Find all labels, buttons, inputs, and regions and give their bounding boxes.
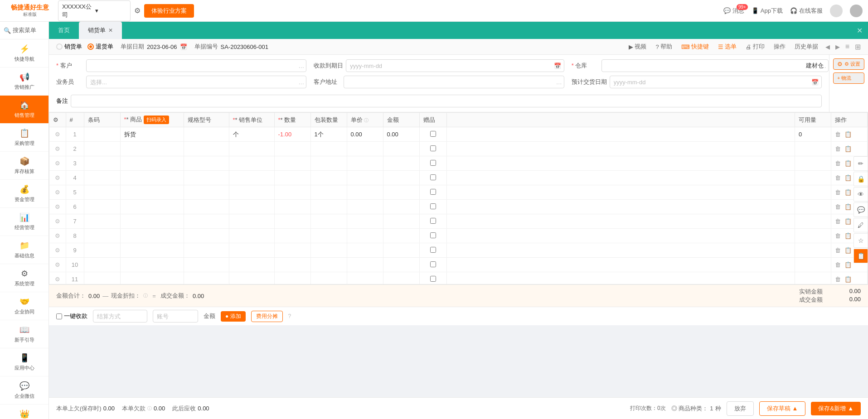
sidebar-item-appstore[interactable]: 📱 应用中心	[0, 348, 48, 376]
row-qty-3[interactable]	[274, 171, 310, 185]
remark-input[interactable]	[71, 95, 822, 107]
row-spec-3[interactable]	[184, 171, 229, 185]
row-barcode-8[interactable]	[84, 243, 120, 258]
select-btn[interactable]: ☰ 选单	[716, 42, 738, 52]
salesman-dots[interactable]: …	[296, 79, 306, 86]
row-price-4[interactable]	[347, 185, 383, 200]
row-qty-4[interactable]	[274, 185, 310, 200]
row-settings-1[interactable]: ⚙	[49, 142, 66, 156]
sidebar-item-marketing[interactable]: 📢 营销推广	[0, 67, 48, 96]
row-pack-qty-6[interactable]	[310, 214, 347, 229]
row-spec-1[interactable]	[184, 142, 229, 156]
row-barcode-7[interactable]	[84, 229, 120, 243]
row-settings-8[interactable]: ⚙	[49, 243, 66, 258]
copy-icon-0[interactable]: 📋	[844, 131, 852, 138]
row-unit-2[interactable]	[229, 156, 274, 171]
row-pack-qty-0[interactable]: 1个	[310, 127, 347, 142]
action-btn[interactable]: 操作	[772, 42, 787, 52]
row-amount-1[interactable]	[383, 142, 419, 156]
customer-input[interactable]	[87, 61, 296, 71]
row-settings-7[interactable]: ⚙	[49, 229, 66, 243]
payment-method-input[interactable]	[93, 311, 147, 322]
tab-close-all-icon[interactable]: ✕	[857, 27, 863, 34]
tab-home[interactable]: 首页	[49, 22, 79, 39]
row-spec-10[interactable]	[184, 272, 229, 285]
avatar[interactable]	[830, 5, 843, 17]
history-btn[interactable]: 历史单据	[793, 42, 820, 52]
row-settings-6[interactable]: ⚙	[49, 214, 66, 229]
one-click-pay-checkbox[interactable]	[56, 313, 62, 319]
row-settings-4[interactable]: ⚙	[49, 185, 66, 200]
row-settings-10[interactable]: ⚙	[49, 272, 66, 285]
row-settings-2[interactable]: ⚙	[49, 156, 66, 171]
customer-addr-input[interactable]	[344, 77, 554, 87]
print-btn[interactable]: 🖨 打印	[744, 42, 766, 52]
one-click-pay-check[interactable]: 一键收款	[56, 312, 87, 320]
delete-icon-6[interactable]: 🗑	[835, 218, 841, 225]
list-view-icon[interactable]: ≡	[845, 43, 849, 51]
trial-button[interactable]: 体验行业方案	[144, 4, 194, 18]
row-gift-0[interactable]	[419, 127, 446, 142]
expected-date-input[interactable]	[610, 77, 809, 87]
row-gift-2[interactable]	[419, 156, 446, 171]
copy-icon-7[interactable]: 📋	[844, 232, 852, 239]
row-product-0[interactable]: 拆货	[120, 127, 184, 142]
sidebar-item-quick-nav[interactable]: ⚡ 快捷导航	[0, 39, 48, 67]
shortcut-btn[interactable]: ⌨ 快捷键	[679, 42, 711, 52]
row-amount-2[interactable]	[383, 156, 419, 171]
sidebar-item-basic[interactable]: 📁 基础信息	[0, 236, 48, 264]
row-pack-qty-4[interactable]	[310, 185, 347, 200]
row-amount-0[interactable]: 0.00	[383, 127, 419, 142]
help-btn[interactable]: ? 帮助	[654, 42, 674, 52]
row-unit-9[interactable]	[229, 258, 274, 272]
row-price-9[interactable]	[347, 258, 383, 272]
tab-close-icon[interactable]: ✕	[108, 27, 113, 34]
row-product-6[interactable]	[120, 214, 184, 229]
avatar2[interactable]	[850, 5, 863, 17]
copy-icon-4[interactable]: 📋	[844, 189, 852, 196]
row-amount-6[interactable]	[383, 214, 419, 229]
copy-icon-8[interactable]: 📋	[844, 247, 852, 254]
gift-checkbox-10[interactable]	[430, 276, 436, 282]
gift-checkbox-9[interactable]	[430, 261, 436, 267]
message-btn[interactable]: 💬 消息 99+	[723, 7, 744, 15]
row-pack-qty-7[interactable]	[310, 229, 347, 243]
float-comment-icon[interactable]: 💬	[853, 202, 868, 217]
row-pack-qty-8[interactable]	[310, 243, 347, 258]
delete-icon-1[interactable]: 🗑	[835, 145, 841, 152]
row-price-0[interactable]: 0.00	[347, 127, 383, 142]
row-unit-5[interactable]	[229, 200, 274, 214]
row-pack-qty-1[interactable]	[310, 142, 347, 156]
row-qty-1[interactable]	[274, 142, 310, 156]
copy-icon-5[interactable]: 📋	[844, 203, 852, 210]
row-unit-6[interactable]	[229, 214, 274, 229]
row-qty-5[interactable]	[274, 200, 310, 214]
row-barcode-6[interactable]	[84, 214, 120, 229]
float-edit-icon[interactable]: ✏	[853, 156, 868, 171]
row-spec-9[interactable]	[184, 258, 229, 272]
row-gift-10[interactable]	[419, 272, 446, 285]
tab-sale-order[interactable]: 销货单 ✕	[79, 22, 122, 39]
copy-icon-9[interactable]: 📋	[844, 261, 852, 268]
row-settings-5[interactable]: ⚙	[49, 200, 66, 214]
calendar-icon[interactable]: 📅	[180, 43, 187, 50]
row-pack-qty-3[interactable]	[310, 171, 347, 185]
delete-icon-7[interactable]: 🗑	[835, 232, 841, 239]
row-barcode-2[interactable]	[84, 156, 120, 171]
gift-checkbox-8[interactable]	[430, 247, 436, 253]
sidebar-item-sales[interactable]: 🏠 销售管理	[0, 96, 48, 124]
app-download-btn[interactable]: 📱 App下载	[752, 7, 783, 15]
row-product-1[interactable]	[120, 142, 184, 156]
row-unit-10[interactable]	[229, 272, 274, 285]
copy-icon-2[interactable]: 📋	[844, 160, 852, 167]
row-qty-8[interactable]	[274, 243, 310, 258]
row-barcode-3[interactable]	[84, 171, 120, 185]
sidebar-item-member[interactable]: 👑 畅会员	[0, 405, 48, 419]
next-icon[interactable]: ▶	[835, 43, 840, 50]
row-pack-qty-5[interactable]	[310, 200, 347, 214]
row-unit-8[interactable]	[229, 243, 274, 258]
row-product-8[interactable]	[120, 243, 184, 258]
delete-icon-9[interactable]: 🗑	[835, 261, 841, 268]
row-amount-7[interactable]	[383, 229, 419, 243]
sidebar-item-guide[interactable]: 📖 新手引导	[0, 320, 48, 348]
